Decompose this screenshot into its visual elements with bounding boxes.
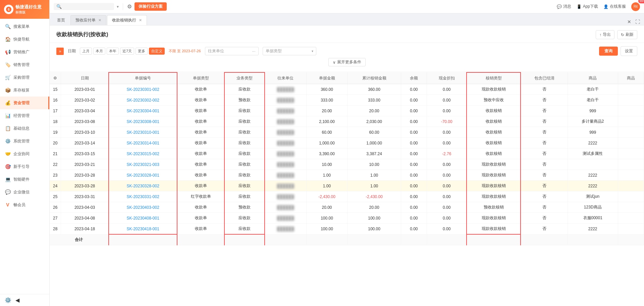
sidebar-item-marketing[interactable]: 📢 营销推广	[0, 46, 49, 58]
tab-receipt-exec-close[interactable]: ✕	[139, 18, 142, 22]
bill-no-link[interactable]: SK-20230308-001	[126, 119, 159, 124]
filter-bill-type-select[interactable]: 单据类型 ▾	[263, 47, 316, 55]
filter-more-btn[interactable]: 更多	[136, 48, 148, 55]
message-button[interactable]: 💬 消息 99+	[557, 4, 571, 9]
cell-accum-amount: 60.00	[347, 127, 401, 138]
bill-no-link[interactable]: SK-20230315-002	[126, 151, 159, 156]
cell-partner: ██████	[265, 148, 306, 159]
sidebar-label-member: 畅会员	[13, 202, 25, 208]
sidebar-item-operation[interactable]: 📊 经营管理	[0, 109, 49, 122]
cell-product1: 123D商品	[568, 202, 618, 213]
tab-prereceipt[interactable]: 预收应付单 ✕	[70, 15, 106, 25]
sidebar-item-inventory[interactable]: 📦 库存核算	[0, 84, 49, 97]
sidebar-item-sales[interactable]: 🏷️ 销售管理	[0, 58, 49, 71]
cell-bill-no: SK-20230403-002	[109, 202, 177, 213]
topbar-dropdown-arrow[interactable]: ▾	[117, 4, 119, 9]
refresh-button[interactable]: ↻ 刷新	[617, 30, 637, 39]
filter-expand-button[interactable]: »	[56, 48, 64, 55]
cell-amount: 60.00	[306, 127, 347, 138]
tab-maximize-button[interactable]: ⛶	[634, 18, 641, 25]
query-button[interactable]: 查询	[599, 47, 618, 56]
sidebar-label-wechat: 企业微信	[13, 189, 30, 195]
cell-core-type: 现款收款核销	[467, 224, 521, 235]
sidebar-item-search[interactable]: 🔍 搜索菜单	[0, 20, 49, 33]
cell-partner: ██████	[265, 116, 306, 127]
cell-accum-amount: 10.00	[347, 159, 401, 170]
totals-bill-no	[109, 234, 177, 245]
table-totals-row: 合计	[50, 234, 644, 245]
filter-this-month-btn[interactable]: 本月	[93, 48, 105, 55]
filter-this-year-btn[interactable]: 本年	[107, 48, 119, 55]
cell-partner: ██████	[265, 170, 306, 181]
sidebar-item-guide[interactable]: 🎯 新手引导	[0, 160, 49, 173]
settings-gear-icon[interactable]: ⚙️	[5, 297, 11, 303]
cell-amount: -2,430.00	[306, 191, 347, 202]
filter-custom-btn[interactable]: 自定义	[149, 48, 165, 55]
sidebar-item-wechat[interactable]: 💬 企业微信	[0, 186, 49, 198]
online-service-button[interactable]: 👤 在线客服	[603, 4, 626, 9]
sidebar-label-finance: 资金管理	[13, 100, 30, 106]
bill-no-link[interactable]: SK-20230408-001	[126, 216, 159, 221]
bill-no-link[interactable]: SK-20230418-001	[126, 227, 159, 231]
totals-balance	[401, 234, 427, 245]
tab-prereceipt-close[interactable]: ✕	[98, 18, 101, 22]
totals-biz-type	[224, 234, 265, 245]
sidebar-item-member[interactable]: V 畅会员	[0, 198, 49, 211]
bill-no-link[interactable]: SK-20230328-001	[126, 173, 159, 178]
cell-partner: ██████	[265, 95, 306, 106]
bill-no-link[interactable]: SK-20230331-002	[126, 194, 159, 199]
refresh-label: 刷新	[626, 32, 634, 38]
th-product2: 商品	[618, 72, 644, 84]
bill-no-link[interactable]: SK-20230314-001	[126, 141, 159, 145]
sidebar-item-purchase[interactable]: 🛒 采购管理	[0, 71, 49, 84]
cell-partner: ██████	[265, 181, 306, 191]
bill-no-link[interactable]: SK-20230304-001	[126, 109, 159, 113]
tab-home-label: 首页	[57, 17, 65, 23]
bill-no-link[interactable]: SK-20230321-003	[126, 162, 159, 167]
user-avatar[interactable]: Rit	[631, 2, 640, 11]
collapse-sidebar-icon[interactable]: ◀	[15, 297, 19, 303]
filter-7days-btn[interactable]: 近7天	[120, 48, 134, 55]
bill-no-link[interactable]: SK-20230328-002	[126, 184, 159, 188]
message-label: 消息	[563, 4, 571, 9]
sidebar-item-finance[interactable]: 💰 资金管理	[0, 97, 49, 109]
filter-last-month-btn[interactable]: 上月	[80, 48, 92, 55]
message-badge: 99+	[638, 0, 644, 3]
bill-no-link[interactable]: SK-20230301-002	[126, 87, 159, 92]
solution-button[interactable]: 体验行业方案	[135, 2, 167, 11]
bill-no-link[interactable]: SK-20230310-001	[126, 130, 159, 135]
sidebar-item-collab[interactable]: 🤝 企业协同	[0, 147, 49, 160]
cell-accum-amount: 1.00	[347, 170, 401, 181]
sidebar-item-quicknav[interactable]: 🏠 快捷导航	[0, 33, 49, 46]
expand-down-icon: ∨	[333, 60, 336, 65]
cell-biz-type: 应收款	[224, 191, 265, 202]
tab-home[interactable]: 首页	[52, 15, 70, 25]
sidebar-item-system[interactable]: ⚙️ 系统管理	[0, 135, 49, 147]
export-icon: ↑	[599, 33, 601, 37]
sidebar-item-basic[interactable]: 📋 基础信息	[0, 122, 49, 135]
cell-amount: 20.00	[306, 106, 347, 116]
topbar-search-box[interactable]: 🔍	[54, 3, 114, 10]
cell-balance: 0.00	[401, 116, 427, 127]
filter-partner-input[interactable]: 往来单位 ···	[205, 47, 259, 55]
export-button[interactable]: ↑ 导出	[596, 30, 614, 39]
th-settings[interactable]: ⚙	[50, 72, 61, 84]
filter-settings-button[interactable]: 设置	[621, 46, 637, 56]
cell-discount: 0.00	[427, 159, 467, 170]
totals-product2	[618, 234, 644, 245]
cell-partner: ██████	[265, 84, 306, 95]
table-row: 15 2023-03-01 SK-20230301-002 收款单 应收款 ██…	[50, 84, 644, 95]
cell-partner: ██████	[265, 127, 306, 138]
bill-no-link[interactable]: SK-20230403-002	[126, 205, 159, 210]
tab-close-all-button[interactable]: ✕	[626, 18, 633, 25]
bill-no-link[interactable]: SK-20230302-002	[126, 98, 159, 103]
app-download-button[interactable]: 📱 App下载	[577, 4, 598, 9]
expand-more-button[interactable]: ∨ 展开更多条件	[328, 58, 366, 66]
table-row: 19 2023-03-10 SK-20230310-001 收款单 应收款 ██…	[50, 127, 644, 138]
tab-receipt-exec[interactable]: 收款核销执行 ✕	[107, 15, 147, 25]
cell-core-type: 预收中应收	[467, 95, 521, 106]
sidebar-item-hardware[interactable]: 💻 智能硬件	[0, 173, 49, 186]
filter-right-actions: 查询 设置	[599, 46, 637, 56]
topbar-gear-icon[interactable]: ⚙	[127, 3, 132, 10]
topbar-right: 💬 消息 99+ 📱 App下载 👤 在线客服 Rit	[557, 2, 640, 11]
